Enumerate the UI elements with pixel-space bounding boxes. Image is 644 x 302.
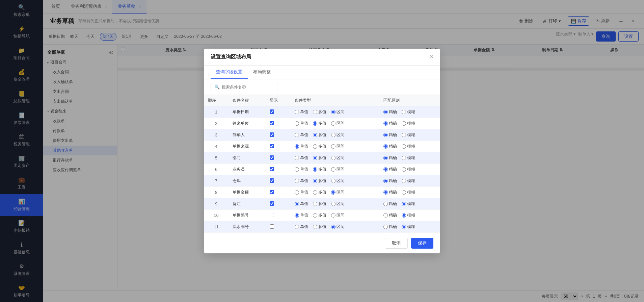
row-number: 6 xyxy=(204,164,229,175)
radio-single[interactable]: 单值 xyxy=(295,178,308,184)
table-row: 1单据日期单值多值区间精确模糊 xyxy=(204,106,440,118)
modal-tabs: 查询字段设置 布局调整 xyxy=(204,66,440,79)
radio-fuzzy[interactable]: 模糊 xyxy=(402,109,415,115)
table-row: 5部门单值多值区间精确模糊 xyxy=(204,152,440,164)
show-checkbox[interactable] xyxy=(270,109,274,114)
radio-single[interactable]: 单值 xyxy=(295,132,308,138)
show-checkbox-cell xyxy=(266,118,290,129)
show-checkbox[interactable] xyxy=(270,224,274,229)
match-principle-cell: 精确模糊 xyxy=(379,106,440,118)
radio-range[interactable]: 区间 xyxy=(331,132,345,138)
radio-multi[interactable]: 多值 xyxy=(313,144,326,149)
radio-multi[interactable]: 多值 xyxy=(313,178,326,184)
show-checkbox[interactable] xyxy=(270,213,274,217)
row-number: 8 xyxy=(204,187,229,198)
radio-range[interactable]: 区间 xyxy=(331,167,345,172)
radio-fuzzy[interactable]: 模糊 xyxy=(402,121,415,126)
radio-fuzzy[interactable]: 模糊 xyxy=(402,167,415,172)
radio-fuzzy[interactable]: 模糊 xyxy=(402,190,415,195)
show-checkbox[interactable] xyxy=(270,132,274,137)
radio-range[interactable]: 区间 xyxy=(331,109,345,115)
radio-range[interactable]: 区间 xyxy=(331,224,345,230)
radio-range[interactable]: 区间 xyxy=(331,144,345,149)
row-number: 3 xyxy=(204,129,229,141)
match-principle-cell: 精确模糊 xyxy=(379,198,440,210)
modal-search: 🔍 xyxy=(204,79,440,95)
match-principle-cell: 精确模糊 xyxy=(379,152,440,164)
radio-exact[interactable]: 精确 xyxy=(383,224,397,230)
condition-name: 流水编号 xyxy=(229,221,266,233)
radio-single[interactable]: 单值 xyxy=(295,224,308,230)
condition-name: 备注 xyxy=(229,198,266,210)
modal-overlay: 设置查询区域布局 × 查询字段设置 布局调整 🔍 顺序 条件名称 显示 xyxy=(0,0,644,302)
modal-save-button[interactable]: 保存 xyxy=(411,238,433,249)
radio-range[interactable]: 区间 xyxy=(331,201,345,207)
radio-fuzzy[interactable]: 模糊 xyxy=(402,132,415,138)
th-condition-type: 条件类型 xyxy=(291,95,379,106)
radio-range[interactable]: 区间 xyxy=(331,212,345,218)
radio-single[interactable]: 单值 xyxy=(295,109,308,115)
condition-type-cell: 单值多值区间 xyxy=(291,175,379,187)
radio-fuzzy[interactable]: 模糊 xyxy=(402,224,415,230)
radio-exact[interactable]: 精确 xyxy=(383,121,397,126)
condition-type-cell: 单值多值区间 xyxy=(291,141,379,152)
modal-tab-field-settings[interactable]: 查询字段设置 xyxy=(211,66,248,79)
radio-range[interactable]: 区间 xyxy=(331,190,345,195)
radio-exact[interactable]: 精确 xyxy=(383,201,397,207)
radio-multi[interactable]: 多值 xyxy=(313,212,326,218)
radio-multi[interactable]: 多值 xyxy=(313,167,326,172)
modal-header: 设置查询区域布局 × xyxy=(204,49,440,66)
radio-fuzzy[interactable]: 模糊 xyxy=(402,201,415,207)
radio-exact[interactable]: 精确 xyxy=(383,109,397,115)
show-checkbox[interactable] xyxy=(270,178,274,183)
condition-type-cell: 单值多值区间 xyxy=(291,221,379,233)
modal-tab-layout-adjust[interactable]: 布局调整 xyxy=(248,66,276,79)
show-checkbox-cell xyxy=(266,164,290,175)
radio-multi[interactable]: 多值 xyxy=(313,190,326,195)
th-show: 显示 xyxy=(266,95,290,106)
radio-exact[interactable]: 精确 xyxy=(383,178,397,184)
show-checkbox[interactable] xyxy=(270,201,274,206)
radio-range[interactable]: 区间 xyxy=(331,155,345,161)
radio-fuzzy[interactable]: 模糊 xyxy=(402,155,415,161)
modal-search-inner: 🔍 xyxy=(211,83,278,91)
radio-single[interactable]: 单值 xyxy=(295,201,308,207)
radio-multi[interactable]: 多值 xyxy=(313,121,326,126)
radio-multi[interactable]: 多值 xyxy=(313,132,326,138)
row-number: 4 xyxy=(204,141,229,152)
radio-multi[interactable]: 多值 xyxy=(313,201,326,207)
radio-range[interactable]: 区间 xyxy=(331,121,345,126)
radio-single[interactable]: 单值 xyxy=(295,121,308,126)
show-checkbox[interactable] xyxy=(270,155,274,160)
radio-exact[interactable]: 精确 xyxy=(383,132,397,138)
radio-single[interactable]: 单值 xyxy=(295,155,308,161)
radio-fuzzy[interactable]: 模糊 xyxy=(402,144,415,149)
radio-multi[interactable]: 多值 xyxy=(313,109,326,115)
show-checkbox-cell xyxy=(266,198,290,210)
radio-multi[interactable]: 多值 xyxy=(313,155,326,161)
radio-single[interactable]: 单值 xyxy=(295,190,308,195)
radio-fuzzy[interactable]: 模糊 xyxy=(402,212,415,218)
radio-fuzzy[interactable]: 模糊 xyxy=(402,178,415,184)
radio-exact[interactable]: 精确 xyxy=(383,144,397,149)
cancel-button[interactable]: 取消 xyxy=(385,238,408,249)
modal-close-button[interactable]: × xyxy=(430,53,433,60)
radio-single[interactable]: 单值 xyxy=(295,144,308,149)
radio-exact[interactable]: 精确 xyxy=(383,167,397,172)
show-checkbox[interactable] xyxy=(270,190,274,194)
radio-exact[interactable]: 精确 xyxy=(383,190,397,195)
radio-exact[interactable]: 精确 xyxy=(383,212,397,218)
match-principle-cell: 精确模糊 xyxy=(379,141,440,152)
radio-single[interactable]: 单值 xyxy=(295,167,308,172)
condition-type-cell: 单值多值区间 xyxy=(291,187,379,198)
row-number: 11 xyxy=(204,221,229,233)
radio-single[interactable]: 单值 xyxy=(295,212,308,218)
show-checkbox[interactable] xyxy=(270,167,274,171)
radio-range[interactable]: 区间 xyxy=(331,178,345,184)
show-checkbox[interactable] xyxy=(270,121,274,125)
radio-exact[interactable]: 精确 xyxy=(383,155,397,161)
modal-search-input[interactable] xyxy=(222,85,274,90)
radio-multi[interactable]: 多值 xyxy=(313,224,326,230)
table-row: 11流水编号单值多值区间精确模糊 xyxy=(204,221,440,233)
show-checkbox[interactable] xyxy=(270,144,274,148)
